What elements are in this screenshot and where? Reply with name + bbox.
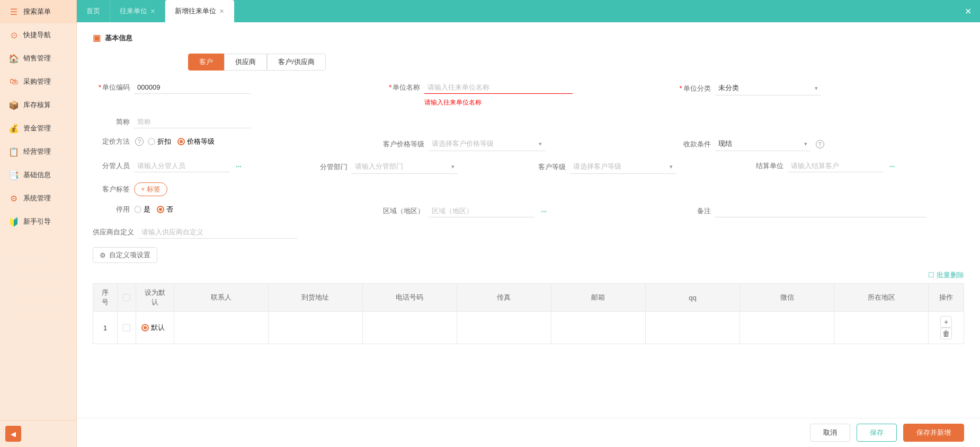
pricing-level-radio[interactable]: 价格等级 xyxy=(177,137,215,146)
unit-type-supplier-btn[interactable]: 供应商 xyxy=(224,54,267,71)
row-default: 默认 xyxy=(136,312,174,344)
sidebar-item-search[interactable]: ☰ 搜索菜单 xyxy=(0,0,76,23)
supplier-custom-input[interactable] xyxy=(138,226,297,239)
stock-icon: 📦 xyxy=(8,100,19,110)
customer-level-select[interactable]: 请选择客户等级 ▾ xyxy=(570,160,676,174)
row-delete-btn[interactable]: 🗑 xyxy=(940,328,952,339)
row-phone-input[interactable] xyxy=(368,324,451,332)
unit-name-input[interactable] xyxy=(424,81,573,94)
disable-yes-radio[interactable]: 是 xyxy=(134,205,150,214)
row-qq-input[interactable] xyxy=(651,324,734,332)
settlement-field: 结算单位 ··· xyxy=(746,160,964,172)
sidebar-collapse-btn[interactable]: ◀ xyxy=(5,426,21,442)
batch-delete-btn[interactable]: ☐ 批量删除 xyxy=(93,270,964,280)
tab-bar-close-btn[interactable]: ✕ xyxy=(956,6,980,16)
unit-category-select[interactable]: 未分类 ▾ xyxy=(715,81,821,95)
short-name-input[interactable] xyxy=(134,116,251,128)
unit-type-customer-btn[interactable]: 客户 xyxy=(188,54,224,71)
tab-home[interactable]: 首页 xyxy=(77,0,110,22)
sidebar-item-newbie[interactable]: 🔰 新手引导 xyxy=(0,210,76,233)
table-header-checkbox[interactable] xyxy=(123,294,130,301)
row-default-radio[interactable]: 默认 xyxy=(141,323,168,332)
col-region: 所在地区 xyxy=(834,284,929,312)
sidebar-item-quick-nav[interactable]: ⊙ 快捷导航 xyxy=(0,23,76,47)
manager-input[interactable] xyxy=(134,160,229,172)
row-region-input[interactable] xyxy=(840,324,923,332)
custom-settings-btn[interactable]: ⚙ 自定义项设置 xyxy=(93,247,157,263)
cancel-button[interactable]: 取消 xyxy=(810,424,850,442)
note-field: 备注 xyxy=(674,205,964,217)
disable-radio-group: 是 否 xyxy=(134,205,173,214)
department-select[interactable]: 请输入分管部门 ▾ xyxy=(352,160,458,174)
tab-new-contact-label: 新增往来单位 xyxy=(175,6,216,16)
manager-dots-btn[interactable]: ··· xyxy=(236,162,242,170)
customer-price-chevron: ▾ xyxy=(539,141,542,147)
disable-no-radio[interactable]: 否 xyxy=(157,205,173,214)
row-email-input[interactable] xyxy=(557,324,640,332)
row-checkbox xyxy=(118,312,136,344)
sidebar-item-finance[interactable]: 💰 资金管理 xyxy=(0,117,76,140)
tab-contacts[interactable]: 往来单位 ✕ xyxy=(110,0,165,22)
unit-category-field: 单位分类 未分类 ▾ xyxy=(674,81,964,95)
disable-no-circle xyxy=(157,206,164,213)
save-new-button[interactable]: 保存并新增 xyxy=(903,424,964,442)
batch-delete-label: 批量删除 xyxy=(937,271,964,279)
unit-code-input[interactable] xyxy=(134,81,251,94)
unit-category-value: 未分类 xyxy=(718,83,813,93)
payment-condition-value: 现结 xyxy=(718,139,802,148)
tab-home-label: 首页 xyxy=(86,6,100,16)
sidebar-item-stock[interactable]: 📦 库存核算 xyxy=(0,93,76,117)
batch-delete-icon: ☐ xyxy=(928,271,934,279)
row-address-input[interactable] xyxy=(274,324,357,332)
row-wechat-input[interactable] xyxy=(745,324,828,332)
tab-contacts-close[interactable]: ✕ xyxy=(150,8,155,15)
col-fax: 传真 xyxy=(457,284,551,312)
add-tag-btn[interactable]: + 标签 xyxy=(134,182,167,196)
row-address xyxy=(268,312,362,344)
custom-settings-label: 自定义项设置 xyxy=(109,250,150,260)
sidebar-item-operations[interactable]: 📋 经营管理 xyxy=(0,140,76,163)
settlement-input[interactable] xyxy=(788,160,883,172)
row-add-btn[interactable]: + xyxy=(940,316,952,328)
settlement-label: 结算单位 xyxy=(746,161,783,171)
tab-new-contact[interactable]: 新增往来单位 ✕ xyxy=(165,0,234,22)
department-placeholder: 请输入分管部门 xyxy=(355,162,449,171)
row-fax-input[interactable] xyxy=(462,324,546,332)
payment-condition-help-icon[interactable]: ? xyxy=(816,140,824,148)
sidebar-item-base[interactable]: 📑 基础信息 xyxy=(0,163,76,187)
pricing-row: 定价方法 ? 折扣 价格等级 客户价格等级 请选择客户价格等级 xyxy=(93,137,964,151)
save-button[interactable]: 保存 xyxy=(857,424,897,442)
col-default: 设为默认 xyxy=(136,284,174,312)
area-dots-btn[interactable]: ··· xyxy=(541,207,547,215)
row-checkbox-input[interactable] xyxy=(123,324,130,331)
manager-row: 分管人员 ··· 分管部门 请输入分管部门 ▾ 客户等级 请选择客户等级 ▾ 结… xyxy=(93,160,964,174)
unit-code-label: 单位编码 xyxy=(93,83,130,92)
manager-label: 分管人员 xyxy=(93,161,130,171)
row-contact-input[interactable] xyxy=(180,324,263,332)
area-field: 区域（地区） ··· xyxy=(383,205,673,217)
settlement-dots-btn[interactable]: ··· xyxy=(889,162,895,170)
pricing-discount-radio[interactable]: 折扣 xyxy=(148,137,171,146)
unit-type-both-btn[interactable]: 客户/供应商 xyxy=(267,54,326,71)
note-input[interactable] xyxy=(715,205,927,217)
row-email xyxy=(551,312,645,344)
short-name-label: 简称 xyxy=(93,117,130,127)
pricing-help-icon[interactable]: ? xyxy=(135,137,144,146)
customer-price-select[interactable]: 请选择客户价格等级 ▾ xyxy=(429,137,545,151)
sidebar-item-sales[interactable]: 🏠 销售管理 xyxy=(0,47,76,70)
row-action: + 🗑 xyxy=(929,312,964,344)
sidebar: ☰ 搜索菜单 ⊙ 快捷导航 🏠 销售管理 🛍 采购管理 📦 库存核算 💰 资金管… xyxy=(0,0,77,447)
customer-level-label: 客户等级 xyxy=(529,162,566,172)
area-input[interactable] xyxy=(429,205,534,217)
short-name-row: 简称 xyxy=(93,116,964,128)
row-phone xyxy=(362,312,457,344)
payment-condition-select[interactable]: 现结 ▾ xyxy=(715,137,810,151)
operations-icon: 📋 xyxy=(8,146,19,157)
row-no: 1 xyxy=(93,312,118,344)
customer-level-chevron: ▾ xyxy=(670,163,673,170)
tab-new-contact-close[interactable]: ✕ xyxy=(219,8,224,15)
table-header: 序号 设为默认 联系人 到货地址 电话号码 传真 邮箱 qq 微信 所在地区 操… xyxy=(93,284,964,312)
sidebar-item-purchase[interactable]: 🛍 采购管理 xyxy=(0,70,76,93)
unit-name-label: 单位名称 xyxy=(383,83,420,92)
sidebar-item-system[interactable]: ⚙ 系统管理 xyxy=(0,187,76,210)
